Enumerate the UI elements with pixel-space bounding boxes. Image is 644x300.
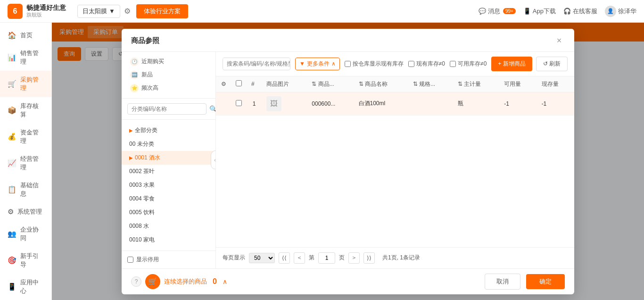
page-info: 共1页, 1条记录 <box>382 254 420 262</box>
gear-icon[interactable]: ⚙ <box>124 7 131 16</box>
cart-count: 0 <box>213 277 217 286</box>
sidebar-item-inventory[interactable]: 📦 库存核算 <box>0 97 51 124</box>
pagination: 每页显示 50 10 20 100 ⟨⟨ ＜ 第 页 <box>216 247 574 268</box>
category-panel: 🕐 近期购买 🆕 新品 ⭐ 频次高 <box>122 52 216 268</box>
dialog-footer: ? 🛒 连续选择的商品 0 ∧ 取消 确定 <box>122 268 574 294</box>
cat-quick-freq[interactable]: ⭐ 频次高 <box>127 82 210 94</box>
msg-badge: 99+ <box>503 8 516 14</box>
cat-quick-new[interactable]: 🆕 新品 <box>127 69 210 81</box>
cat-item-00[interactable]: 00 未分类 <box>122 137 215 151</box>
product-search-input[interactable] <box>223 58 290 69</box>
td-num: 1 <box>247 92 262 115</box>
sidebar-item-basic[interactable]: 📋 基础信息 <box>0 176 51 203</box>
dialog-body: 🕐 近期购买 🆕 新品 ⭐ 频次高 <box>122 52 574 268</box>
sidebar: 🏠 首页 📊 销售管理 🛒 采购管理 📦 库存核算 💰 资金管理 📈 经营管理 … <box>0 23 52 300</box>
sidebar-item-appstore[interactable]: 📱 应用中心 <box>0 274 51 300</box>
th-available: 可用量 <box>499 76 537 92</box>
cat-item-0003[interactable]: 0003 水果 <box>122 178 215 192</box>
warehouse-checkbox[interactable] <box>345 61 351 67</box>
page-unit-text: 页 <box>339 254 345 262</box>
app-download-item[interactable]: 📱 App下载 <box>523 7 556 16</box>
add-product-button[interactable]: + 新增商品 <box>491 57 532 71</box>
cat-list: ▶ 全部分类 00 未分类 ▶ 0001 酒水 0002 茶 <box>122 120 215 250</box>
freq-icon: ⭐ <box>130 84 139 92</box>
cat-search-input[interactable] <box>127 103 206 115</box>
dialog-title: 商品参照 <box>131 36 159 45</box>
page-next-btn[interactable]: ＞ <box>348 252 360 264</box>
cat-item-0008[interactable]: 0008 水 <box>122 219 215 233</box>
inventory-icon: 📦 <box>8 106 17 115</box>
sidebar-item-purchase[interactable]: 🛒 采购管理 <box>0 71 51 97</box>
sidebar-item-ops[interactable]: 📈 经营管理 <box>0 150 51 176</box>
sort-name-icon: ⇅ <box>359 81 363 87</box>
page-last-btn[interactable]: ⟩⟩ <box>363 252 375 264</box>
select-all-checkbox[interactable] <box>236 80 242 86</box>
content-panel: 🔍 ▼ 更多条件 ∧ 按仓库显示现有库存 <box>216 52 574 268</box>
th-settings[interactable]: ⚙ <box>216 76 231 92</box>
check-usable-ne0[interactable]: 可用库存≠0 <box>450 60 487 68</box>
td-spec <box>408 92 453 115</box>
sidebar-item-finance[interactable]: 💰 资金管理 <box>0 124 51 150</box>
logo-text: 畅捷通好生意 <box>26 4 66 12</box>
cart-icon[interactable]: 🛒 <box>145 274 160 289</box>
cat-item-0010[interactable]: 0010 家电 <box>122 233 215 247</box>
th-spec[interactable]: ⇅ 规格... <box>408 76 453 92</box>
msg-icon: 💬 <box>479 8 486 15</box>
per-page-select[interactable]: 50 10 20 100 <box>249 253 275 263</box>
sidebar-item-collab[interactable]: 👥 企业协同 <box>0 221 51 247</box>
th-name[interactable]: ⇅ 商品名称 <box>354 76 408 92</box>
page-prev-btn[interactable]: ＜ <box>294 252 305 264</box>
user-item[interactable]: 👤 徐泽华 <box>605 6 636 17</box>
th-code[interactable]: ⇅ 商品... <box>307 76 354 92</box>
cat-item-0005[interactable]: 0005 饮料 <box>122 206 215 219</box>
exp-btn[interactable]: 体验行业方案 <box>136 4 188 18</box>
help-icon[interactable]: ? <box>131 276 141 287</box>
cat-item-all[interactable]: ▶ 全部分类 <box>122 124 215 137</box>
logo-sub: 旗舰版 <box>26 11 66 18</box>
check-by-warehouse[interactable]: 按仓库显示现有库存 <box>345 60 404 68</box>
cancel-button[interactable]: 取消 <box>485 274 520 290</box>
dialog-close-button[interactable]: × <box>553 35 565 47</box>
purchase-icon: 🛒 <box>8 80 17 88</box>
confirm-button[interactable]: 确定 <box>526 274 565 289</box>
refresh-button[interactable]: ↺ 刷新 <box>536 57 568 71</box>
headset-icon: 🎧 <box>563 8 571 15</box>
td-stock: -1 <box>537 92 574 115</box>
msg-item[interactable]: 💬 消息 99+ <box>479 7 516 16</box>
sidebar-item-guide[interactable]: 🎯 新手引导 <box>0 247 51 274</box>
cart-collapse-icon[interactable]: ∧ <box>223 278 227 285</box>
table-row[interactable]: 1 🖼 000600... 白酒100ml <box>216 92 574 115</box>
user-avatar: 👤 <box>605 6 616 17</box>
show-disabled-checkbox[interactable] <box>127 257 133 263</box>
top-nav: 6 畅捷通好生意 旗舰版 日太阳膜 ▼ ⚙ 体验行业方案 💬 消息 99+ 📱 … <box>0 0 644 23</box>
page-label-text: 第 <box>309 254 314 262</box>
td-name: 白酒100ml <box>354 92 408 115</box>
row-checkbox[interactable] <box>236 100 242 106</box>
cat-quick-recent[interactable]: 🕐 近期购买 <box>127 56 210 68</box>
sort-unit-icon: ⇅ <box>458 81 462 87</box>
cat-item-0004[interactable]: 0004 零食 <box>122 192 215 206</box>
page-number-input[interactable] <box>318 252 335 264</box>
table-area: ⚙ # 商品图片 ⇅ 商品... <box>216 76 574 247</box>
sidebar-item-home[interactable]: 🏠 首页 <box>0 26 51 44</box>
app-icon: 📱 <box>523 8 531 15</box>
modal-backdrop[interactable]: 商品参照 × 🕐 近期购买 🆕 <box>52 23 644 300</box>
available-ne0-checkbox[interactable] <box>408 61 414 67</box>
sidebar-item-sys[interactable]: ⚙ 系统管理 <box>0 203 51 221</box>
check-available-ne0[interactable]: 现有库存≠0 <box>408 60 445 68</box>
sidebar-item-sales[interactable]: 📊 销售管理 <box>0 44 51 71</box>
cat-item-0001[interactable]: ▶ 0001 酒水 <box>122 151 215 165</box>
cat-search-icon[interactable]: 🔍 <box>209 105 216 113</box>
filter-more-btn[interactable]: ▼ 更多条件 ∧ <box>295 58 340 70</box>
service-item[interactable]: 🎧 在线客服 <box>563 7 597 16</box>
cat-item-0002[interactable]: 0002 茶叶 <box>122 165 215 178</box>
th-unit[interactable]: ⇅ 主计量 <box>453 76 499 92</box>
nav-selector[interactable]: 日太阳膜 ▼ <box>77 5 120 18</box>
cat-quick-items: 🕐 近期购买 🆕 新品 ⭐ 频次高 <box>122 52 215 99</box>
td-checkbox[interactable] <box>231 92 247 115</box>
th-stock: 现存量 <box>537 76 574 92</box>
cat-search: 🔍 <box>122 99 215 120</box>
page-first-btn[interactable]: ⟨⟨ <box>279 252 290 264</box>
cat-collapse-btn[interactable]: « <box>211 150 216 169</box>
usable-ne0-checkbox[interactable] <box>450 61 456 67</box>
